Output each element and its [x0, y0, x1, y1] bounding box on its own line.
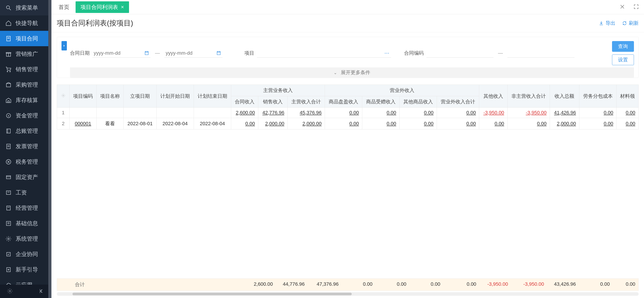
- total-other-goods: 0.00: [410, 281, 444, 288]
- table-row[interactable]: 1 2,600.00 42,776.96 45,376.96 0.00 0.00: [57, 108, 639, 118]
- table-row[interactable]: 2 000001 看看 2022-08-01 2022-08-04 2022-0…: [57, 118, 639, 130]
- sidebar-item-label: 资金管理: [16, 112, 38, 119]
- sidebar-item-label: 企业协同: [16, 250, 38, 258]
- lookup-icon[interactable]: ⋯: [384, 50, 390, 56]
- cell-material-cost[interactable]: 0.00: [616, 108, 639, 118]
- col-group-main-rev: 主营业务收入: [231, 85, 325, 96]
- col-other-rev[interactable]: 其他收入: [479, 85, 507, 108]
- tab-current[interactable]: 项目合同利润表 ✕: [76, 1, 129, 13]
- date-to-input[interactable]: [164, 49, 222, 58]
- sidebar-item-marketing[interactable]: 营销推广: [0, 46, 52, 62]
- settings-button[interactable]: 设置: [612, 54, 634, 65]
- col-setup-date[interactable]: 立项日期: [124, 85, 156, 108]
- table-settings-icon[interactable]: [57, 85, 70, 108]
- col-proj-name[interactable]: 项目名称: [96, 85, 124, 108]
- tax-icon: [5, 159, 12, 165]
- cell-nonop-total[interactable]: 0.00: [437, 108, 479, 118]
- col-labor-cost[interactable]: 劳务分包成本: [579, 85, 616, 108]
- cell-non-main-total[interactable]: 0.00: [507, 118, 550, 130]
- cell-sales-rev[interactable]: 2,000.00: [258, 118, 287, 130]
- cell-main-total[interactable]: 45,376.96: [288, 108, 325, 118]
- table-scroll[interactable]: 项目编码 项目名称 立项日期 计划开始日期 计划结束日期 主营业务收入 营业外收…: [57, 85, 639, 278]
- contract-code-from-input[interactable]: [426, 49, 494, 58]
- cell-donation[interactable]: 0.00: [362, 108, 400, 118]
- cell-contract-rev[interactable]: 0.00: [231, 118, 258, 130]
- cell-contract-rev[interactable]: 2,600.00: [231, 108, 258, 118]
- sidebar-item-funds[interactable]: ¥ 资金管理: [0, 108, 52, 123]
- svg-text:¥: ¥: [8, 114, 10, 117]
- cell-rev-total[interactable]: 41,426.96: [550, 108, 579, 118]
- close-all-icon[interactable]: [618, 2, 627, 12]
- sidebar-item-assets[interactable]: 固定资产: [0, 169, 52, 185]
- cell-nonop-total[interactable]: 0.00: [437, 118, 479, 130]
- sidebar-item-label: 总账管理: [16, 127, 38, 135]
- col-inv-surplus[interactable]: 商品盘盈收入: [325, 96, 362, 108]
- sidebar-item-purchase[interactable]: 采购管理: [0, 77, 52, 92]
- sidebar-item-cloud[interactable]: 云应用: [0, 277, 52, 285]
- date-from-input[interactable]: [92, 49, 150, 58]
- sidebar-item-project-contract[interactable]: 项目合同: [0, 31, 52, 46]
- sidebar-item-inventory[interactable]: 库存核算: [0, 92, 52, 108]
- sidebar-item-system[interactable]: 系统管理: [0, 231, 52, 246]
- collapse-sidebar-icon[interactable]: [38, 288, 45, 295]
- col-proj-code[interactable]: 项目编码: [70, 85, 96, 108]
- sidebar-item-guide[interactable]: 新手引导: [0, 262, 52, 277]
- cell-material-cost[interactable]: 0.00: [616, 118, 639, 130]
- close-icon[interactable]: ✕: [121, 5, 124, 9]
- cell-sales-rev[interactable]: 42,776.96: [258, 108, 287, 118]
- col-main-rev-total[interactable]: 主营收入合计: [288, 96, 325, 108]
- collapse-filter-button[interactable]: [62, 41, 67, 50]
- cell-labor-cost[interactable]: 0.00: [579, 118, 616, 130]
- col-contract-rev[interactable]: 合同收入: [231, 96, 258, 108]
- sidebar-scroll[interactable]: 搜索菜单 快捷导航 项目合同 营销推广 销售管理 采购管理: [0, 0, 52, 285]
- tab-home[interactable]: 首页: [54, 1, 74, 13]
- sidebar-item-salary[interactable]: 工资: [0, 185, 52, 200]
- sidebar-item-search[interactable]: 搜索菜单: [0, 0, 52, 15]
- col-plan-end[interactable]: 计划结束日期: [194, 85, 231, 108]
- calendar-icon[interactable]: [144, 50, 149, 56]
- gear-icon[interactable]: [7, 288, 13, 295]
- cell-rev-total[interactable]: 2,000.00: [550, 118, 579, 130]
- col-rev-total[interactable]: 收入总额: [550, 85, 579, 108]
- horizontal-scrollbar[interactable]: [57, 292, 639, 296]
- row-index: 1: [57, 108, 70, 118]
- sidebar-item-tax[interactable]: 税务管理: [0, 154, 52, 169]
- col-other-goods[interactable]: 其他商品收入: [399, 96, 437, 108]
- cell-other-rev[interactable]: 0.00: [479, 118, 507, 130]
- cell-non-main-total[interactable]: -3,950.00: [507, 108, 550, 118]
- sidebar-item-sales[interactable]: 销售管理: [0, 62, 52, 77]
- sidebar-item-ledger[interactable]: 总账管理: [0, 123, 52, 139]
- col-donation[interactable]: 商品受赠收入: [362, 96, 400, 108]
- cell-inv-surplus[interactable]: 0.00: [325, 108, 362, 118]
- cell-setup-date: 2022-08-01: [124, 118, 156, 130]
- cell-labor-cost[interactable]: 0.00: [579, 108, 616, 118]
- refresh-button[interactable]: 刷新: [622, 20, 639, 26]
- col-nonop-total[interactable]: 营业外收入合计: [437, 96, 479, 108]
- col-plan-start[interactable]: 计划开始日期: [156, 85, 194, 108]
- project-input[interactable]: [257, 49, 391, 58]
- sidebar-item-coop[interactable]: 企业协同: [0, 246, 52, 262]
- contract-code-to-input[interactable]: [507, 49, 574, 58]
- cell-other-rev[interactable]: -3,950.00: [479, 108, 507, 118]
- sidebar-item-operations[interactable]: 经营管理: [0, 200, 52, 216]
- calendar-icon[interactable]: [216, 50, 221, 56]
- sidebar-scrollbar[interactable]: [48, 0, 52, 298]
- cell-proj-code[interactable]: 000001: [70, 118, 96, 130]
- sidebar-item-quicknav[interactable]: 快捷导航: [0, 15, 52, 31]
- salary-icon: [5, 189, 12, 196]
- cell-other-goods[interactable]: 0.00: [399, 118, 437, 130]
- sidebar-item-invoice[interactable]: 发票管理: [0, 139, 52, 154]
- col-sales-rev[interactable]: 销售收入: [258, 96, 287, 108]
- expand-filters-button[interactable]: 展开更多条件: [70, 67, 634, 78]
- col-non-main-total[interactable]: 非主营收入合计: [507, 85, 550, 108]
- fullscreen-icon[interactable]: [632, 2, 641, 12]
- col-material-cost[interactable]: 材料领: [616, 85, 639, 108]
- export-button[interactable]: 导出: [599, 20, 616, 26]
- cell-donation[interactable]: 0.00: [362, 118, 400, 130]
- query-button[interactable]: 查询: [612, 41, 634, 52]
- cell-other-goods[interactable]: 0.00: [399, 108, 437, 118]
- cell-main-total[interactable]: 2,000.00: [288, 118, 325, 130]
- cell-proj-code[interactable]: [70, 108, 96, 118]
- cell-inv-surplus[interactable]: 0.00: [325, 118, 362, 130]
- sidebar-item-baseinfo[interactable]: 基础信息: [0, 216, 52, 231]
